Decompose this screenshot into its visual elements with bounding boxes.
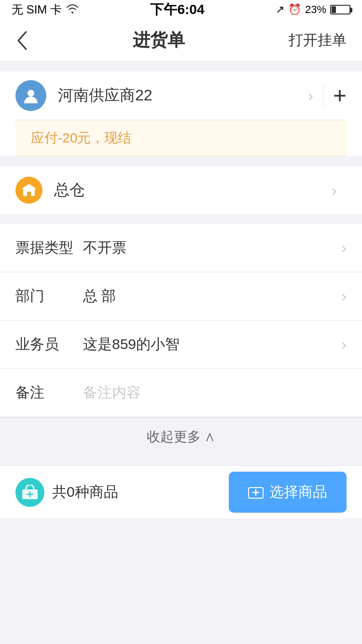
invoice-type-label: 票据类型 [15, 238, 83, 258]
department-value: 总 部 [83, 286, 341, 306]
battery-icon [330, 5, 350, 14]
product-count-text: 共0种商品 [52, 482, 118, 502]
notice-banner: 应付-20元，现结 [15, 120, 347, 156]
bottom-bar: 共0种商品 选择商品 [0, 465, 362, 518]
add-supplier-button[interactable]: + [323, 84, 347, 107]
supplier-avatar [15, 80, 46, 111]
department-row[interactable]: 部门 总 部 › [0, 272, 362, 321]
department-label: 部门 [15, 286, 83, 306]
product-count-section: 共0种商品 [15, 478, 118, 507]
invoice-type-value: 不开票 [83, 238, 341, 258]
status-left: 无 SIM 卡 [12, 2, 79, 17]
status-right: ↗ ⏰ 23% [276, 3, 350, 16]
invoice-type-row[interactable]: 票据类型 不开票 › [0, 224, 362, 272]
form-section: 票据类型 不开票 › 部门 总 部 › 业务员 这是859的小智 › 备注 备注… [0, 224, 362, 456]
supplier-name: 河南供应商22 [58, 85, 308, 106]
gray-area [0, 518, 362, 644]
open-pending-button[interactable]: 打开挂单 [289, 30, 347, 50]
warehouse-name: 总仓 [54, 180, 332, 201]
supplier-chevron-icon: › [308, 87, 313, 105]
collapse-label: 收起更多 ∧ [147, 428, 216, 446]
collapse-row[interactable]: 收起更多 ∧ [0, 417, 362, 456]
salesperson-row[interactable]: 业务员 这是859的小智 › [0, 321, 362, 369]
select-product-label: 选择商品 [269, 482, 327, 502]
sales-chevron-icon: › [341, 336, 347, 353]
carrier-label: 无 SIM 卡 [12, 2, 62, 17]
supplier-section: 河南供应商22 › + 应付-20元，现结 [0, 71, 362, 156]
select-product-button[interactable]: 选择商品 [229, 472, 347, 513]
nav-bar: 进货单 打开挂单 [0, 19, 362, 62]
svg-rect-2 [27, 192, 31, 196]
notice-text: 应付-20元，现结 [31, 130, 131, 145]
remark-input[interactable]: 备注内容 [83, 383, 347, 403]
location-icon: ↗ [276, 3, 284, 16]
warehouse-row[interactable]: 总仓 › [15, 166, 347, 214]
salesperson-value: 这是859的小智 [83, 335, 341, 354]
page-title: 进货单 [133, 28, 185, 52]
supplier-row[interactable]: 河南供应商22 › + [15, 71, 347, 120]
svg-point-0 [28, 90, 34, 97]
remark-label: 备注 [15, 383, 83, 403]
battery-pct: 23% [305, 3, 326, 16]
status-time: 下午6:04 [150, 0, 204, 19]
wifi-icon [66, 3, 79, 16]
status-bar: 无 SIM 卡 下午6:04 ↗ ⏰ 23% [0, 0, 362, 19]
alarm-icon: ⏰ [288, 3, 301, 16]
section-gap-1 [0, 62, 362, 71]
invoice-chevron-icon: › [341, 239, 347, 257]
warehouse-chevron-icon: › [332, 182, 337, 199]
salesperson-label: 业务员 [15, 335, 83, 354]
warehouse-section: 总仓 › [0, 166, 362, 214]
product-icon [15, 478, 44, 507]
warehouse-icon [15, 177, 42, 204]
remark-row[interactable]: 备注 备注内容 [0, 369, 362, 417]
back-button[interactable] [15, 30, 29, 51]
dept-chevron-icon: › [341, 287, 347, 305]
